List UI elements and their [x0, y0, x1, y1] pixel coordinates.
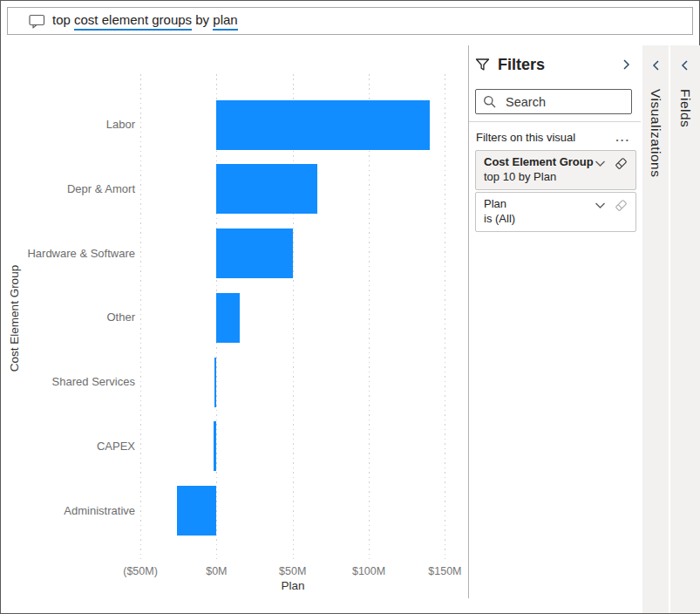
- fields-panel-collapsed[interactable]: Fields: [670, 45, 700, 613]
- qna-query-text[interactable]: top cost element groups by plan: [52, 12, 238, 31]
- pane-divider: [469, 121, 641, 122]
- x-axis-tick-label: $0M: [177, 565, 255, 577]
- qna-recognized-term[interactable]: cost element groups: [74, 12, 192, 31]
- y-axis-category-label: Administrative: [0, 503, 135, 519]
- more-options-button[interactable]: ...: [615, 134, 630, 141]
- bar-hardware-software[interactable]: [216, 229, 292, 278]
- fields-panel-label: Fields: [677, 89, 693, 127]
- filter-funnel-icon: [475, 58, 490, 72]
- x-axis-tick-label: $100M: [330, 565, 408, 577]
- filters-search-input[interactable]: [506, 95, 624, 109]
- bar-labor[interactable]: [216, 100, 430, 150]
- filter-card-plan[interactable]: Plan is (All): [475, 192, 636, 232]
- filter-condition: is (All): [484, 212, 629, 226]
- chart-gridline: [140, 74, 141, 559]
- qna-segment: top: [52, 12, 74, 27]
- collapse-filters-pane-button[interactable]: [622, 58, 630, 71]
- qna-query-bar[interactable]: top cost element groups by plan: [7, 7, 693, 35]
- y-axis-category-label: Depr & Amort: [0, 181, 135, 197]
- qna-segment: by: [192, 12, 213, 27]
- powerbi-qna-screen: { "qna_bar": { "segments": [ { "text": "…: [0, 0, 700, 614]
- filter-condition: top 10 by Plan: [484, 170, 629, 184]
- chevron-down-icon[interactable]: [595, 201, 606, 209]
- y-axis-category-label: CAPEX: [0, 439, 135, 454]
- filters-on-visual-label: Filters on this visual: [476, 131, 575, 144]
- bar-administrative[interactable]: [177, 486, 216, 536]
- y-axis-category-label: Other: [0, 310, 135, 325]
- bar-depr-amort[interactable]: [216, 164, 316, 214]
- chevron-down-icon[interactable]: [595, 160, 606, 167]
- bar-capex[interactable]: [214, 421, 216, 471]
- filters-pane-header: Filters: [475, 54, 634, 75]
- search-icon: [483, 95, 497, 109]
- x-axis-tick-label: ($50M): [101, 565, 180, 577]
- filters-on-visual-section: Filters on this visual ...: [476, 131, 630, 144]
- comment-icon: [29, 14, 45, 29]
- visualizations-panel-label: Visualizations: [648, 89, 663, 178]
- expand-visualizations-button[interactable]: [652, 59, 660, 72]
- y-axis-category-label: Labor: [0, 117, 135, 133]
- filter-card-cost-element-group[interactable]: Cost Element Group top 10 by Plan: [475, 150, 636, 190]
- bar-shared-services[interactable]: [214, 358, 216, 407]
- x-axis-title: Plan: [228, 579, 357, 592]
- filters-pane: Filters Filters on this visual ... Cost …: [469, 45, 641, 612]
- eraser-icon[interactable]: [615, 157, 628, 170]
- filters-pane-title: Filters: [498, 56, 545, 74]
- visualizations-panel-collapsed[interactable]: Visualizations: [642, 45, 669, 613]
- bar-chart-visual: Cost Element Group Plan ($50M)$0M$50M$10…: [0, 45, 468, 612]
- x-axis-tick-label: $50M: [254, 565, 332, 577]
- y-axis-category-label: Shared Services: [0, 374, 135, 390]
- qna-recognized-term[interactable]: plan: [213, 12, 237, 31]
- chart-gridline: [445, 74, 445, 559]
- filters-search-box[interactable]: [475, 89, 632, 114]
- bar-other[interactable]: [216, 293, 239, 343]
- eraser-icon[interactable]: [615, 199, 628, 212]
- y-axis-category-label: Hardware & Software: [0, 246, 135, 262]
- expand-fields-button[interactable]: [681, 59, 689, 72]
